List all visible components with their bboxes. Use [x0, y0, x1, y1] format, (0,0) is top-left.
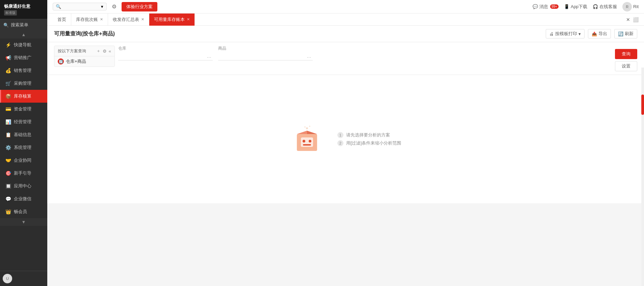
- svg-point-5: [303, 140, 305, 142]
- sidebar-item-appcenter[interactable]: 🔲 应用中心: [0, 180, 47, 192]
- sales-icon: 💰: [5, 68, 11, 74]
- sidebar-item-label: 企业微信: [14, 196, 31, 202]
- online-service-action[interactable]: 🎧 在线客服: [593, 4, 617, 10]
- maximize-window-btn[interactable]: ⬜: [633, 17, 639, 22]
- finance-icon: 💳: [5, 106, 11, 112]
- message-icon: 💬: [533, 4, 538, 9]
- sidebar-item-label: 营销推广: [14, 55, 31, 61]
- scheme-item-warehouse-product[interactable]: 🔄 仓库+商品: [54, 56, 114, 67]
- warehouse-label: 仓库: [118, 46, 213, 51]
- close-window-btn[interactable]: ✕: [626, 17, 630, 22]
- main-area: 🔍 ▾ ⚙ 体验行业方案 💬 消息 99+ 📱 App下载 🎧 在线客服: [47, 0, 644, 286]
- add-scheme-btn[interactable]: ＋: [96, 48, 101, 54]
- search-icon: 🔍: [3, 23, 9, 28]
- right-scrollbar[interactable]: [641, 68, 644, 286]
- topbar-right: 💬 消息 99+ 📱 App下载 🎧 在线客服 R Rit: [533, 2, 639, 11]
- sidebar-item-label: 企业协同: [14, 157, 31, 163]
- topbar-search-input[interactable]: [62, 4, 100, 9]
- topbar: 🔍 ▾ ⚙ 体验行业方案 💬 消息 99+ 📱 App下载 🎧 在线客服: [47, 0, 644, 14]
- export-btn[interactable]: 📤 导出: [588, 29, 611, 38]
- svg-point-9: [309, 126, 310, 127]
- tabs-bar: 首页 库存批次账 ✕ 收发存汇总表 ✕ 可用量库存账本 ✕ ✕ ⬜: [47, 14, 644, 26]
- settings-scheme-btn[interactable]: ⚙: [103, 49, 107, 54]
- page-actions: 🖨 按模板打印 ▾ 📤 导出 🔄 刷新: [546, 29, 637, 38]
- company-name: 畅康通好生意: [4, 3, 43, 9]
- filter-row: 仓库 … 商品 …: [118, 46, 612, 60]
- print-dropdown-icon[interactable]: ▾: [578, 31, 581, 36]
- empty-state: 1 请先选择要分析的方案 2 用[过滤]条件来缩小分析范围: [47, 75, 644, 203]
- tip-text-1: 请先选择要分析的方案: [346, 132, 390, 138]
- sidebar-item-sales[interactable]: 💰 销售管理: [0, 64, 47, 77]
- sidebar-item-operation[interactable]: 📊 经营管理: [0, 115, 47, 128]
- scrollbar-thumb[interactable]: [641, 95, 644, 115]
- marketing-icon: 📢: [5, 55, 11, 61]
- sidebar-item-label: 资金管理: [14, 106, 31, 112]
- content-area: 可用量查询(按仓库+商品) 🖨 按模板打印 ▾ 📤 导出 🔄 刷新: [47, 26, 644, 286]
- version-badge: 标准版: [4, 10, 17, 16]
- industry-btn[interactable]: 体验行业方案: [122, 2, 157, 11]
- sidebar-item-quick-nav[interactable]: ⚡ 快捷导航: [0, 38, 47, 51]
- scroll-up-btn[interactable]: ▲: [0, 31, 47, 38]
- sidebar-user[interactable]: U: [0, 271, 47, 286]
- warehouse-filter: 仓库 …: [118, 46, 213, 60]
- empty-illustration: [290, 122, 324, 156]
- app-icon: 📱: [564, 4, 569, 9]
- empty-tips: 1 请先选择要分析的方案 2 用[过滤]条件来缩小分析范围: [337, 132, 401, 146]
- scroll-down-btn[interactable]: ▼: [0, 218, 47, 226]
- svg-marker-2: [307, 131, 317, 134]
- topbar-search-box[interactable]: 🔍 ▾: [53, 3, 107, 10]
- sidebar-item-member[interactable]: 👑 畅会员: [0, 205, 47, 218]
- message-label: 消息: [539, 4, 548, 10]
- user-avatar: U: [3, 274, 12, 283]
- tab-batch-ledger[interactable]: 库存批次账 ✕: [71, 14, 108, 26]
- settings-btn[interactable]: 设置: [615, 61, 637, 71]
- print-btn[interactable]: 🖨 按模板打印 ▾: [546, 29, 585, 38]
- query-btn[interactable]: 查询: [615, 49, 637, 59]
- tab-available-ledger[interactable]: 可用量库存账本 ✕: [149, 14, 195, 26]
- product-ellipsis-btn[interactable]: …: [307, 53, 311, 59]
- topbar-left: 🔍 ▾ ⚙ 体验行业方案: [53, 2, 157, 11]
- message-action[interactable]: 💬 消息 99+: [533, 4, 559, 10]
- tab-receipt-summary[interactable]: 收发存汇总表 ✕: [108, 14, 149, 26]
- tab-receipt-summary-close[interactable]: ✕: [141, 17, 144, 22]
- dropdown-icon[interactable]: ▾: [101, 4, 103, 9]
- refresh-btn[interactable]: 🔄 刷新: [614, 29, 637, 38]
- sidebar-item-label: 应用中心: [14, 183, 31, 189]
- sidebar-item-basic[interactable]: 📋 基础信息: [0, 128, 47, 141]
- svg-point-10: [304, 126, 306, 128]
- warehouse-input-row: …: [118, 52, 213, 60]
- sidebar-item-label: 快捷导航: [14, 42, 31, 48]
- tab-home[interactable]: 首页: [53, 14, 71, 26]
- sidebar-item-guide[interactable]: 🎯 新手引导: [0, 167, 47, 180]
- refresh-icon: 🔄: [618, 31, 623, 36]
- member-icon: 👑: [5, 209, 11, 215]
- sidebar-item-system[interactable]: ⚙️ 系统管理: [0, 141, 47, 154]
- warehouse-ellipsis-btn[interactable]: …: [207, 53, 211, 59]
- warehouse-input[interactable]: [120, 54, 205, 59]
- collapse-scheme-btn[interactable]: «: [109, 49, 111, 54]
- sidebar-item-wechat[interactable]: 💬 企业微信: [0, 192, 47, 205]
- query-area: 按以下方案查询 ＋ ⚙ « 🔄 仓库+商品 仓库: [47, 42, 644, 75]
- service-icon: 🎧: [593, 4, 598, 9]
- sidebar-item-finance[interactable]: 💳 资金管理: [0, 103, 47, 115]
- sidebar-item-inventory[interactable]: 📦 库存核算: [0, 90, 47, 103]
- sidebar-item-marketing[interactable]: 📢 营销推广: [0, 51, 47, 64]
- topbar-avatar-text: R: [626, 5, 628, 9]
- product-input-row: …: [218, 52, 313, 60]
- inventory-icon: 📦: [5, 93, 11, 99]
- empty-tip-1: 1 请先选择要分析的方案: [337, 132, 401, 138]
- sidebar-item-cooperation[interactable]: 🤝 企业协同: [0, 154, 47, 167]
- topbar-avatar: R: [622, 2, 632, 11]
- system-icon: ⚙️: [5, 145, 11, 151]
- page-title: 可用量查询(按仓库+商品): [54, 30, 115, 37]
- sidebar-logo: 畅康通好生意 标准版: [0, 0, 47, 19]
- appcenter-icon: 🔲: [5, 183, 11, 189]
- user-account[interactable]: R Rit: [622, 2, 639, 11]
- sidebar-search[interactable]: 🔍 搜索菜单: [0, 19, 47, 31]
- product-input[interactable]: [220, 54, 305, 59]
- tab-batch-ledger-close[interactable]: ✕: [100, 17, 103, 22]
- gear-button[interactable]: ⚙: [109, 2, 119, 11]
- tab-available-ledger-close[interactable]: ✕: [187, 17, 190, 22]
- sidebar-item-purchase[interactable]: 🛒 采购管理: [0, 77, 47, 90]
- app-download-action[interactable]: 📱 App下载: [564, 4, 587, 10]
